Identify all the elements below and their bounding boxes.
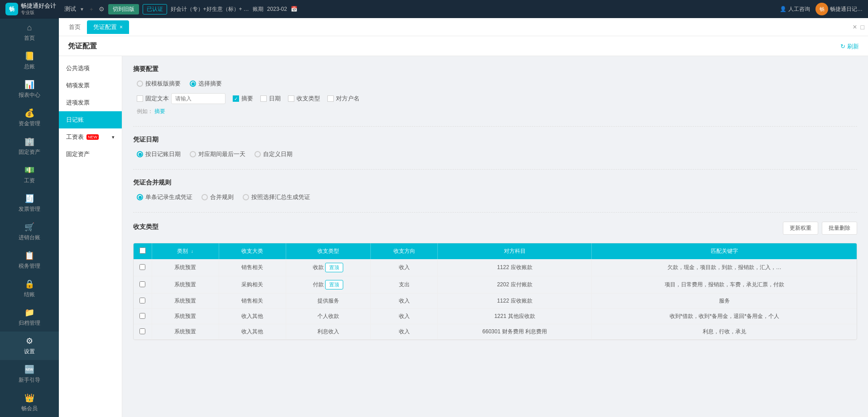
radio-choose-summary[interactable]: 选择摘要 [190,80,222,88]
inner-sidebar-salary[interactable]: 工资表 NEW ▾ [59,128,122,146]
refresh-icon: ↻ [840,43,845,50]
cell-category-2: 系统预置 [152,276,219,294]
cell-keywords-4: 收到*借款，收到*备用金，退回*备用金，个人 [592,309,857,324]
inner-sidebar-sales-invoice[interactable]: 销项发票 [59,77,122,94]
sidebar-item-closing[interactable]: 🔒 结账 [0,275,59,303]
update-weight-btn[interactable]: 更新权重 [783,222,818,235]
checkbox-income-type[interactable]: 收支类型 [288,95,320,103]
radio-single-record[interactable]: 单条记录生成凭证 [137,193,192,201]
col-big-class: 收支大类 [219,243,286,259]
sidebar-label-reports: 报表中心 [19,91,40,99]
cell-direction-5: 收入 [370,324,437,340]
income-table-section: 收支类型 更新权重 批量删除 类别 ↓ [133,222,857,340]
radio-last-day[interactable]: 对应期间最后一天 [190,150,245,158]
col-direction: 收支方向 [370,243,437,259]
env-label[interactable]: 测试 [64,5,76,13]
sidebar-label-purchase: 进销台账 [19,234,40,242]
tab-close-icon[interactable]: × [120,24,123,30]
sidebar-item-tax[interactable]: 📋 税务管理 [0,246,59,275]
cell-account-5: 660301 财务费用 利息费用 [438,324,592,340]
cell-keywords-2: 项目，日常费用，报销款，车费，承兑汇票，付款 [592,276,857,294]
row-checkbox-2[interactable] [139,281,145,287]
sidebar-item-home[interactable]: ⌂ 首页 [0,19,59,47]
certified-badge: 已认证 [143,4,167,14]
row-checkbox-3[interactable] [139,298,145,303]
radio-dot-journal-date [137,151,143,157]
sidebar-label-guide: 新手引导 [19,376,40,384]
select-all-checkbox[interactable] [139,247,146,254]
cell-bigclass-1: 销售相关 [219,259,286,276]
calendar-icon[interactable]: 📅 [291,6,297,12]
sidebar-item-ledger[interactable]: 📒 总账 [0,47,59,75]
fixed-text-input[interactable] [171,93,225,104]
inner-sidebar-public[interactable]: 公共选项 [59,60,122,77]
archive-icon: 📁 [24,308,34,317]
refresh-btn[interactable]: ↻ 刷新 [840,43,859,51]
sidebar-item-salary[interactable]: 💵 工资 [0,161,59,189]
sidebar-item-assets[interactable]: 🏢 固定资产 [0,132,59,161]
ledger-icon: 📒 [24,51,34,61]
sidebar-item-member[interactable]: 👑 畅会员 [0,389,59,417]
row-checkbox-5[interactable] [139,328,145,334]
row-checkbox-1[interactable] [139,264,145,270]
window-max-icon[interactable]: □ [861,24,864,31]
date-section: 凭证日期 按日记账日期 对应期间最后一天 [133,136,857,158]
home-icon: ⌂ [27,23,32,33]
inner-sidebar-purchase-invoice[interactable]: 进项发票 [59,94,122,111]
checkbox-summary[interactable]: ✓ 摘要 [233,95,253,103]
row-checkbox-4[interactable] [139,313,145,319]
env-dropdown-icon[interactable]: ▼ [80,7,84,12]
period-label: 账期 [253,5,264,13]
invoice-icon: 🧾 [24,194,34,204]
sidebar-item-reports[interactable]: 📊 报表中心 [0,75,59,104]
sidebar-label-home: 首页 [24,34,35,42]
user-area[interactable]: 畅 畅捷通日记… [815,3,863,15]
top-divider1: + [90,6,93,13]
purchase-icon: 🛒 [24,222,34,232]
switch-version-btn[interactable]: 切到旧版 [108,4,139,14]
sidebar-item-purchase[interactable]: 🛒 进销台账 [0,218,59,246]
cell-category-1: 系统预置 [152,259,219,276]
sidebar-label-tax: 税务管理 [19,262,40,270]
income-table: 类别 ↓ 收支大类 收支类型 收支方向 对方科目 匹配关键字 [134,243,857,340]
logo-icon: 畅 [5,3,18,15]
inner-sidebar-fixed-assets[interactable]: 固定资产 [59,146,122,163]
sidebar-item-invoice[interactable]: 🧾 发票管理 [0,189,59,218]
radio-dot-last-day [190,151,196,157]
batch-delete-btn[interactable]: 批量删除 [822,222,857,235]
cell-bigclass-3: 销售相关 [219,294,286,309]
settings-sidebar-icon: ⚙ [26,336,33,346]
tab-voucher-config[interactable]: 凭证配置 × [87,20,129,34]
checkbox-date[interactable]: 日期 [260,95,281,103]
sidebar-item-guide[interactable]: 🆕 新手引导 [0,360,59,389]
logo: 畅 畅捷通好会计 专业版 [5,2,56,16]
sidebar-label-ledger: 总账 [24,63,35,71]
member-icon: 👑 [24,393,34,403]
sidebar-item-archive[interactable]: 📁 归档管理 [0,303,59,332]
divider-3 [133,212,857,213]
radio-template-summary[interactable]: 按模板版摘要 [137,80,181,88]
col-keywords: 匹配关键字 [592,243,857,259]
checkbox-counterparty[interactable]: 对方户名 [327,95,360,103]
radio-custom-date[interactable]: 自定义日期 [254,150,293,158]
tab-home[interactable]: 首页 [62,20,87,34]
summary-radio-group: 按模板版摘要 选择摘要 [137,80,854,88]
sidebar-item-funds[interactable]: 💰 资金管理 [0,104,59,132]
inner-sidebar-journal[interactable]: 日记账 [59,111,122,128]
window-close-icon[interactable]: × [853,23,857,31]
sidebar-item-settings[interactable]: ⚙ 设置 [0,332,59,360]
radio-select-total[interactable]: 按照选择汇总生成凭证 [243,193,310,201]
cell-account-1: 1122 应收账款 [438,259,592,276]
top-tag-1[interactable]: 置顶 [325,263,343,272]
radio-dot-single [137,194,143,200]
example-area: 例如： 摘要 [137,108,854,115]
checkbox-fixed-text[interactable]: 固定文本 [137,93,225,104]
cell-account-4: 1221 其他应收款 [438,309,592,324]
radio-journal-date[interactable]: 按日记账日期 [137,150,181,158]
top-tag-2[interactable]: 置顶 [325,280,343,289]
settings-icon[interactable]: ⚙ [99,5,105,13]
consult-btn[interactable]: 👤 人工咨询 [780,5,810,13]
divider-1 [133,126,857,127]
cell-direction-2: 支出 [370,276,437,294]
radio-merge-rule[interactable]: 合并规则 [201,193,234,201]
